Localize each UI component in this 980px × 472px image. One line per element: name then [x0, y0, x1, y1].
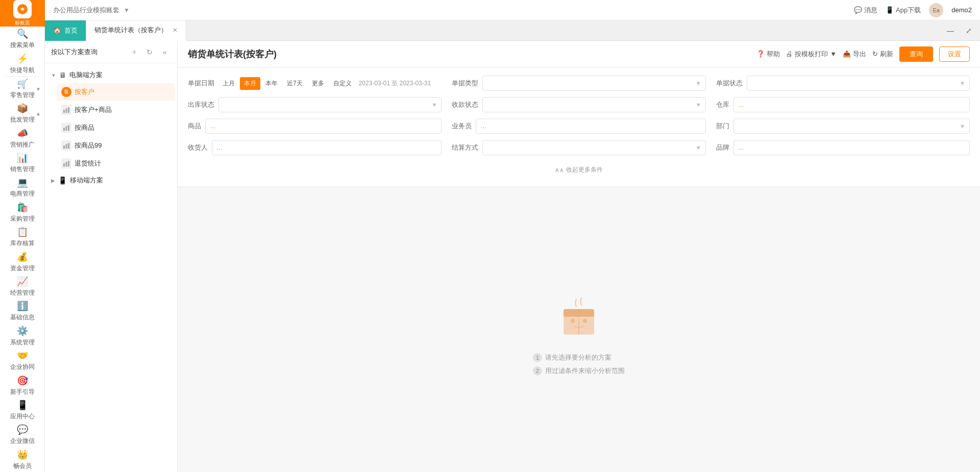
retail-arrow-icon: ▼: [36, 86, 41, 91]
tree-item-by-customer[interactable]: 客 按客户: [57, 83, 175, 101]
sidebar-item-wholesale[interactable]: 📦 批发管理 ▲: [0, 101, 45, 126]
tree-item-by-product-99[interactable]: 按商品99: [57, 137, 175, 154]
receiver-filter[interactable]: …: [212, 140, 442, 155]
type-label: 单据类型: [452, 79, 478, 88]
tab-home[interactable]: 🏠 首页: [45, 20, 86, 41]
print-button[interactable]: 🖨 按模板打印 ▼: [786, 50, 837, 59]
tip-num-2: 2: [533, 366, 542, 375]
sidebar-item-member[interactable]: 👑 畅会员: [0, 447, 45, 472]
message-label: 消息: [864, 6, 877, 15]
sidebar-item-purchase[interactable]: 🛍️ 采购管理: [0, 200, 45, 225]
sidebar-item-label-shortcut: 快捷导航: [10, 66, 35, 75]
empty-state: 1 请先选择要分析的方案 2 用过滤条件来缩小分析范围: [178, 187, 980, 472]
app-download-button[interactable]: 📱 App下载: [886, 6, 921, 15]
date-btn-custom[interactable]: 自定义: [329, 77, 356, 90]
export-icon: 📤: [843, 50, 851, 58]
sidebar-item-finance[interactable]: 💰 资金管理: [0, 249, 45, 274]
tab-minimize-button[interactable]: —: [943, 23, 958, 38]
add-scheme-button[interactable]: ＋: [128, 46, 140, 58]
sidebar-item-retail[interactable]: 🛒 零售管理 ▼: [0, 77, 45, 101]
search-icon: 🔍: [17, 28, 28, 39]
product-more-btn: …: [210, 123, 216, 130]
type-filter[interactable]: ▼: [482, 76, 705, 91]
shortcut-icon: ⚡: [17, 53, 28, 64]
date-range-display: 2023-03-01 至 2023-03-31: [359, 79, 431, 88]
sidebar-item-search[interactable]: 🔍 搜索菜单: [0, 27, 45, 51]
product-filter[interactable]: …: [205, 119, 442, 134]
salesperson-more-btn: …: [480, 123, 486, 130]
tree-group-mobile-header[interactable]: ▶ 📱 移动端方案: [45, 173, 177, 188]
app-download-icon: 📱: [886, 6, 894, 14]
page-actions: ❓ 帮助 🖨 按模板打印 ▼ 📤 导出 ↻ 刷新: [756, 46, 970, 62]
tree-group-desktop-header[interactable]: ▼ 🖥 电脑端方案: [45, 67, 177, 83]
sidebar-item-marketing[interactable]: 📣 营销推广: [0, 126, 45, 150]
delivery-filter[interactable]: ▼: [218, 97, 442, 112]
tree-item-by-product-label: 按商品: [75, 123, 94, 132]
sidebar-item-label-inventory: 库存核算: [10, 239, 35, 248]
refresh-label: 刷新: [880, 50, 893, 59]
empty-tips: 1 请先选择要分析的方案 2 用过滤条件来缩小分析范围: [533, 353, 625, 375]
collapse-panel-button[interactable]: «: [159, 46, 171, 58]
tab-sales-stat[interactable]: 销货单统计表（按客户） ✕: [86, 20, 186, 41]
sidebar-item-newbie[interactable]: 🎯 新手引导: [0, 373, 45, 397]
sidebar-item-label-retail: 零售管理: [10, 91, 35, 100]
settings-button[interactable]: 设置: [939, 46, 970, 62]
header-dropdown-icon[interactable]: ▼: [124, 7, 130, 14]
sidebar-item-label-system: 系统管理: [10, 338, 35, 347]
svg-rect-12: [68, 161, 69, 167]
query-button[interactable]: 查询: [899, 46, 933, 62]
logo[interactable]: 标账页: [0, 0, 45, 27]
top-header: 办公用品行业模拟账套 ▼ 💬 消息 📱 App下载 Ea demo2: [45, 0, 980, 20]
header-right: 💬 消息 📱 App下载 Ea demo2: [854, 3, 972, 17]
settlement-filter[interactable]: ▼: [482, 140, 705, 155]
sidebar-item-inventory[interactable]: 📋 库存核算: [0, 225, 45, 249]
logo-icon: [13, 0, 32, 18]
payment-filter[interactable]: ▼: [482, 97, 705, 112]
main-area: 办公用品行业模拟账套 ▼ 💬 消息 📱 App下载 Ea demo2 🏠 首页 …: [45, 0, 980, 472]
tab-maximize-button[interactable]: ⤢: [962, 23, 976, 38]
sidebar-item-operation[interactable]: 📈 经营管理: [0, 274, 45, 299]
sidebar-item-system[interactable]: ⚙️ 系统管理: [0, 324, 45, 348]
help-button[interactable]: ❓ 帮助: [756, 50, 780, 59]
message-button[interactable]: 💬 消息: [854, 6, 877, 15]
sidebar-item-basic[interactable]: ℹ️ 基础信息: [0, 299, 45, 323]
warehouse-filter[interactable]: …: [733, 97, 970, 112]
warehouse-label: 仓库: [716, 100, 729, 109]
brand-filter[interactable]: …: [733, 140, 970, 155]
tree-item-return-stats[interactable]: 退货统计: [57, 155, 175, 172]
sidebar-item-wechat[interactable]: 💬 企业微信: [0, 422, 45, 447]
collapse-filters-button[interactable]: ∧∧ 收起更多条件: [551, 161, 607, 178]
refresh-button[interactable]: ↻ 刷新: [872, 50, 893, 59]
department-filter[interactable]: ▼: [733, 119, 970, 134]
wholesale-arrow-icon: ▲: [36, 111, 41, 116]
export-button[interactable]: 📤 导出: [843, 50, 866, 59]
status-filter[interactable]: ▼: [747, 76, 970, 91]
avatar-text: Ea: [933, 7, 940, 13]
sidebar-item-ecommerce[interactable]: 💻 电商管理: [0, 175, 45, 200]
sidebar-item-shortcut[interactable]: ⚡ 快捷导航: [0, 51, 45, 76]
sidebar-item-label-operation: 经营管理: [10, 289, 35, 297]
tab-close-button[interactable]: ✕: [173, 27, 178, 34]
date-btn-this-year[interactable]: 本年: [261, 77, 282, 90]
user-name: demo2: [951, 6, 972, 14]
sidebar-item-enterprise[interactable]: 🤝 企业协同: [0, 348, 45, 373]
left-panel-header: 按以下方案查询 ＋ ↻ «: [45, 41, 177, 63]
sidebar-item-sales[interactable]: 📊 销售管理: [0, 151, 45, 175]
tree-item-by-customer-product[interactable]: 按客户+商品: [57, 101, 175, 119]
status-label: 单据状态: [716, 79, 743, 88]
salesperson-filter[interactable]: …: [476, 119, 705, 134]
date-btn-more[interactable]: 更多: [308, 77, 328, 90]
date-btn-7days[interactable]: 近7天: [283, 77, 307, 90]
svg-point-18: [583, 319, 587, 323]
date-btn-last-month[interactable]: 上月: [218, 77, 239, 90]
tree-item-by-product[interactable]: 按商品: [57, 119, 175, 136]
product-label: 商品: [188, 122, 201, 131]
enterprise-icon: 🤝: [17, 350, 28, 361]
refresh-scheme-button[interactable]: ↻: [143, 46, 156, 58]
date-btn-this-month[interactable]: 本月: [240, 77, 260, 90]
sidebar-item-label-search: 搜索菜单: [10, 41, 35, 50]
sidebar-item-appstore[interactable]: 📱 应用中心: [0, 398, 45, 422]
avatar[interactable]: Ea: [929, 3, 943, 17]
page-title: 销货单统计表(按客户): [188, 48, 277, 60]
payment-label: 收款状态: [452, 100, 478, 109]
